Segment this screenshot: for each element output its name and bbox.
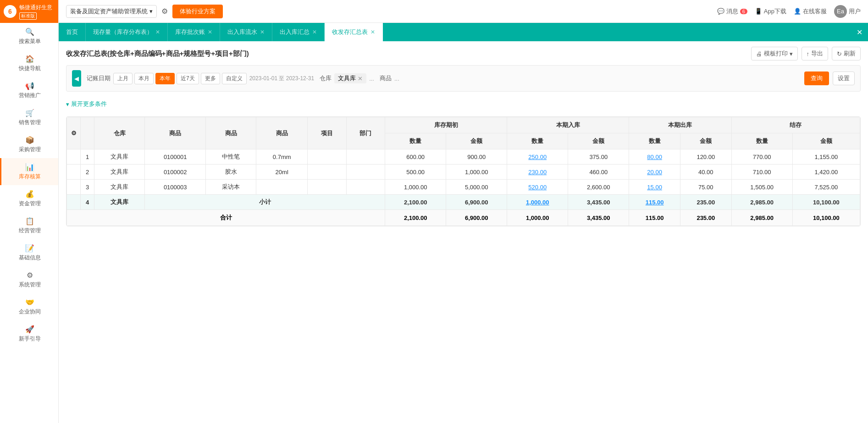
- tabbar-close-icon[interactable]: ✕: [851, 28, 868, 37]
- tab-recv-send[interactable]: 收发存汇总表✕: [325, 23, 383, 41]
- row-out-qty[interactable]: 80.00: [629, 149, 680, 165]
- tab-home[interactable]: 首页: [59, 23, 86, 41]
- sidebar-item-basic[interactable]: 📝基础信息: [0, 239, 58, 266]
- row-in-qty[interactable]: 230.00: [507, 165, 568, 180]
- sidebar-item-guide[interactable]: 🚀新手引导: [0, 320, 58, 347]
- system-selector[interactable]: 装备及固定资产辅助管理系统 ▾: [66, 5, 157, 18]
- goods-more[interactable]: ...: [394, 75, 399, 82]
- total-bal-qty: 2,985.00: [731, 210, 792, 226]
- row-bal-amt: 7,525.00: [792, 180, 860, 195]
- experience-btn[interactable]: 体验行业方案: [172, 5, 223, 18]
- date-btn-7days[interactable]: 近7天: [177, 73, 199, 84]
- settings-icon[interactable]: ⚙: [161, 7, 168, 16]
- date-buttons: 上月 本月 本年 近7天 更多 自定义: [113, 73, 247, 84]
- row-settings[interactable]: [67, 180, 81, 195]
- app-download-item[interactable]: 📱 App下载: [755, 7, 786, 16]
- warehouse-tag-close[interactable]: ✕: [358, 75, 363, 82]
- sidebar-nav: 🔍搜索菜单🏠快捷导航📢营销推广🛒销售管理📦采购管理📊库存核算💰资金管理📋经营管理…: [0, 23, 58, 423]
- row-bal-qty: 1,505.00: [731, 180, 792, 195]
- sidebar-icon-sales: 🛒: [25, 109, 34, 117]
- tab-summary-io[interactable]: 出入库汇总✕: [272, 23, 325, 41]
- tabbar: 首页现存量（库存分布表）✕库存批次账✕出入库流水✕出入库汇总✕收发存汇总表✕✕: [59, 23, 868, 41]
- row-out-qty[interactable]: 20.00: [629, 165, 680, 180]
- subtotal-label: 小计: [145, 195, 385, 210]
- warehouse-tag-value: 文具库: [338, 74, 356, 82]
- date-btn-this-year[interactable]: 本年: [155, 73, 175, 84]
- row-in-amt: 375.00: [568, 149, 629, 165]
- row-opening-amt: 5,000.00: [446, 180, 507, 195]
- warehouse-more[interactable]: ...: [369, 75, 374, 82]
- sidebar-label-purchase: 采购管理: [19, 146, 41, 154]
- date-btn-more[interactable]: 更多: [201, 73, 220, 84]
- sidebar-label-marketing: 营销推广: [19, 92, 41, 99]
- sidebar-item-cooperation[interactable]: 🤝企业协同: [0, 293, 58, 320]
- chevron-down-icon: ▾: [790, 50, 793, 57]
- sidebar-item-sales[interactable]: 🛒销售管理: [0, 104, 58, 131]
- total-opening-amt: 6,900.00: [446, 210, 507, 226]
- date-btn-last-month[interactable]: 上月: [113, 73, 133, 84]
- tab-flow[interactable]: 出入库流水✕: [220, 23, 272, 41]
- tab-label-recv-send: 收发存汇总表: [332, 28, 368, 36]
- tab-batch[interactable]: 库存批次账✕: [168, 23, 220, 41]
- sidebar-item-purchase[interactable]: 📦采购管理: [0, 131, 58, 158]
- sidebar-item-search[interactable]: 🔍搜索菜单: [0, 23, 58, 50]
- expand-label: 展开更多条件: [71, 100, 107, 108]
- sidebar-item-system[interactable]: ⚙系统管理: [0, 266, 58, 293]
- sidebar-label-sales: 销售管理: [19, 119, 41, 126]
- row-in-qty[interactable]: 250.00: [507, 149, 568, 165]
- sidebar-icon-basic: 📝: [25, 244, 34, 253]
- subtotal-settings[interactable]: [67, 195, 81, 210]
- subtotal-in-qty[interactable]: 1,000.00: [507, 195, 568, 210]
- expand-icon: ▾: [66, 101, 69, 108]
- filter-collapse-btn[interactable]: ◀: [72, 70, 81, 87]
- tab-close-summary-io[interactable]: ✕: [312, 29, 317, 35]
- row-out-qty[interactable]: 15.00: [629, 180, 680, 195]
- tab-current-stock[interactable]: 现存量（库存分布表）✕: [86, 23, 168, 41]
- col-bal-amt: 金额: [792, 133, 860, 149]
- tab-close-batch[interactable]: ✕: [208, 29, 212, 35]
- row-index: 3: [81, 180, 94, 195]
- messages-badge: 6: [740, 9, 747, 14]
- subtotal-opening-qty: 2,100.00: [385, 195, 446, 210]
- row-settings[interactable]: [67, 165, 81, 180]
- system-title: 装备及固定资产辅助管理系统: [70, 7, 148, 16]
- content-area: 收发存汇总表(按仓库+商品编码+商品+规格型号+项目+部门) 🖨 模板打印 ▾ …: [59, 41, 868, 423]
- sidebar-item-quick-nav[interactable]: 🏠快捷导航: [0, 50, 58, 77]
- online-service-item[interactable]: 👤 在线客服: [794, 7, 827, 16]
- messages-item[interactable]: 💬 消息 6: [717, 7, 747, 16]
- sidebar-icon-cooperation: 🤝: [25, 298, 34, 307]
- tab-close-current-stock[interactable]: ✕: [155, 29, 160, 35]
- user-label: 用户: [849, 7, 861, 16]
- expand-conditions-btn[interactable]: ▾ 展开更多条件: [66, 100, 861, 108]
- col-name: 商品: [206, 117, 256, 149]
- sidebar-item-business[interactable]: 📋经营管理: [0, 212, 58, 239]
- table-row: 2 文具库 0100002 胶水 20ml 500.00 1,000.00 23…: [67, 165, 860, 180]
- row-project: [308, 149, 347, 165]
- col-spec: 商品: [256, 117, 308, 149]
- refresh-label: 刷新: [844, 49, 856, 58]
- date-btn-this-month[interactable]: 本月: [134, 73, 154, 84]
- row-project: [308, 180, 347, 195]
- table-settings-icon[interactable]: ⚙: [71, 130, 77, 137]
- row-code: 0100001: [145, 149, 206, 165]
- tab-close-flow[interactable]: ✕: [260, 29, 265, 35]
- sidebar-item-finance[interactable]: 💰资金管理: [0, 185, 58, 212]
- date-btn-custom[interactable]: 自定义: [222, 73, 247, 84]
- query-btn[interactable]: 查询: [804, 71, 829, 85]
- subtotal-out-qty[interactable]: 115.00: [629, 195, 680, 210]
- export-btn[interactable]: ↑ 导出: [802, 47, 829, 60]
- row-bal-amt: 1,420.00: [792, 165, 860, 180]
- user-item[interactable]: Ea 用户: [834, 5, 861, 18]
- row-warehouse: 文具库: [94, 180, 145, 195]
- print-btn[interactable]: 🖨 模板打印 ▾: [751, 47, 798, 60]
- settings-filter-btn[interactable]: 设置: [833, 71, 855, 85]
- sidebar-item-inventory[interactable]: 📊库存核算: [0, 158, 58, 185]
- row-in-qty[interactable]: 520.00: [507, 180, 568, 195]
- refresh-btn[interactable]: ↻ 刷新: [832, 47, 861, 60]
- warehouse-tag[interactable]: 文具库 ✕: [334, 73, 366, 83]
- tab-close-recv-send[interactable]: ✕: [370, 29, 375, 35]
- sidebar-item-marketing[interactable]: 📢营销推广: [0, 77, 58, 104]
- main-content: 装备及固定资产辅助管理系统 ▾ ⚙ 体验行业方案 💬 消息 6 📱 App下载 …: [59, 0, 868, 423]
- settings-col-header[interactable]: ⚙: [67, 117, 81, 149]
- row-settings[interactable]: [67, 149, 81, 165]
